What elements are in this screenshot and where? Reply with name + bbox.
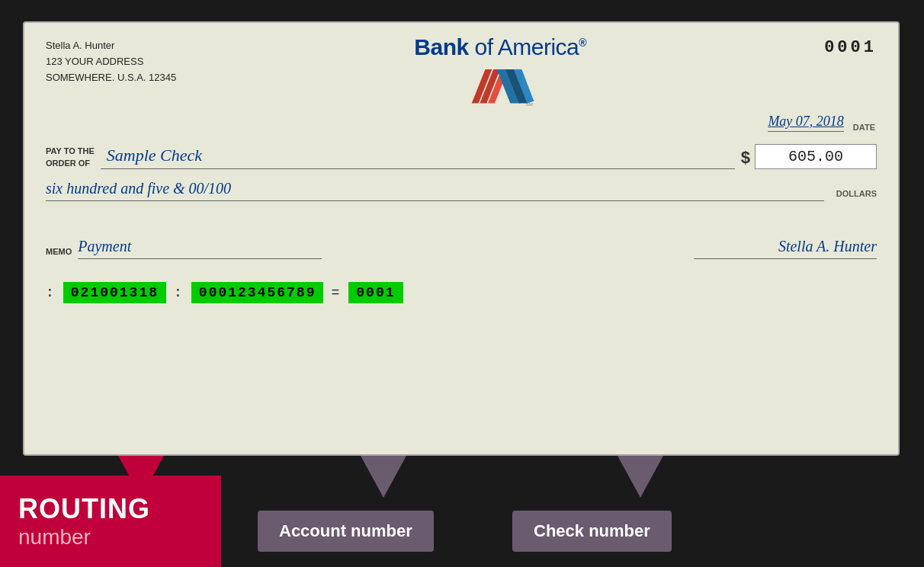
owner-address2: SOMEWHERE. U.S.A. 12345: [46, 70, 176, 86]
micr-prefix: :: [46, 285, 56, 300]
account-arrow: [361, 456, 406, 498]
pay-to-label: PAY TO THEORDER OF: [46, 146, 95, 169]
signature: Stella A. Hunter: [778, 238, 877, 255]
payee-name: Sample Check: [101, 146, 202, 165]
date-label: DATE: [853, 123, 875, 132]
account-label-box: Account number: [258, 511, 434, 552]
routing-label-line1: ROUTING: [18, 493, 150, 525]
micr-line: : 021001318 : 000123456789 = 0001: [46, 282, 877, 303]
owner-name: Stella A. Hunter: [46, 38, 176, 54]
check-label-text: Check number: [534, 521, 650, 541]
micr-sep2: =: [331, 285, 341, 300]
amount-box: 605.00: [755, 144, 877, 169]
routing-number-micr: 021001318: [63, 282, 166, 303]
date-value: May 07, 2018: [768, 114, 843, 132]
written-amount: six hundred and five & 00/100: [46, 180, 824, 201]
account-number-micr: 000123456789: [191, 282, 324, 303]
memo-value: Payment: [78, 238, 131, 255]
routing-label-box: ROUTING number: [0, 476, 221, 567]
svg-text:SM: SM: [526, 101, 533, 106]
dollars-label: DOLLARS: [836, 189, 877, 201]
memo-label: MEMO: [46, 247, 72, 259]
account-label-text: Account number: [279, 521, 412, 541]
check-number-micr: 0001: [348, 282, 403, 303]
check-number-top: 0001: [824, 38, 877, 57]
check-arrow: [618, 456, 663, 498]
bottom-labels-area: ROUTING number Account number Check numb…: [0, 456, 924, 567]
dollar-sign: $: [741, 148, 750, 169]
routing-label-line2: number: [18, 525, 91, 549]
bank-logo: Bank of America®: [414, 34, 586, 106]
owner-address1: 123 YOUR ADDRESS: [46, 54, 176, 70]
micr-sep1: :: [174, 285, 184, 300]
check-label-box: Check number: [512, 511, 672, 552]
check-document: Stella A. Hunter 123 YOUR ADDRESS SOMEWH…: [23, 21, 900, 456]
bank-name: Bank of America®: [414, 34, 586, 60]
owner-info: Stella A. Hunter 123 YOUR ADDRESS SOMEWH…: [46, 38, 176, 85]
